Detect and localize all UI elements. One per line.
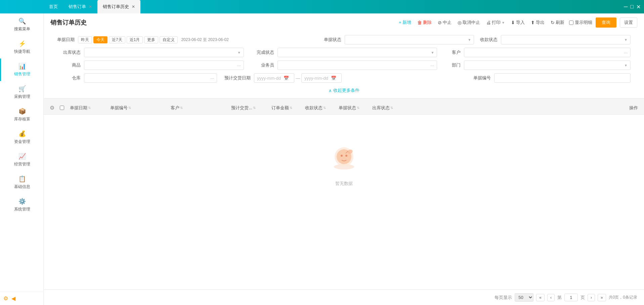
sidebar-item-quick-nav[interactable]: ⚡ 快捷导航 xyxy=(0,36,43,59)
sort-date-icon[interactable]: ⇅ xyxy=(88,106,91,110)
display-detail-checkbox[interactable]: 显示明细 xyxy=(569,20,592,26)
sidebar-item-capital-mgmt[interactable]: 💰 资金管理 xyxy=(0,126,43,149)
tab-home[interactable]: 首页 xyxy=(44,0,63,13)
calendar-from-icon[interactable]: 📅 xyxy=(284,76,289,81)
select-all-checkbox[interactable] xyxy=(60,106,64,110)
last-page-button[interactable]: » xyxy=(598,294,606,301)
sort-amount-icon[interactable]: ⇅ xyxy=(290,106,292,110)
print-button[interactable]: 🖨 打印 ▼ xyxy=(485,19,506,26)
tab-sales-order[interactable]: 销售订单 ✕ xyxy=(63,0,97,13)
date-btn-yesterday[interactable]: 昨天 xyxy=(78,36,92,43)
sidebar-item-purchase-mgmt[interactable]: 🛒 采购管理 xyxy=(0,81,43,104)
page-size-select[interactable]: 50 10 20 100 xyxy=(515,293,533,302)
dept-select[interactable]: ▼ xyxy=(464,61,631,70)
sidebar-item-base-info[interactable]: 📋 基础信息 xyxy=(0,171,43,194)
sidebar-item-ops-mgmt[interactable]: 📈 经营管理 xyxy=(0,149,43,171)
payment-status-arrow-icon: ▼ xyxy=(624,38,628,42)
customer-input[interactable]: ··· xyxy=(464,48,631,57)
warehouse-label: 仓库 xyxy=(57,75,84,81)
prev-page-button[interactable]: ‹ xyxy=(547,294,555,301)
sort-delivery-icon[interactable]: ⇅ xyxy=(253,106,256,110)
salesperson-label: 业务员 xyxy=(251,62,277,68)
window-maximize-icon[interactable]: □ xyxy=(630,4,634,10)
page-size-label: 每页显示 xyxy=(495,295,512,301)
doc-number-label: 单据编号 xyxy=(471,75,494,81)
close-tab-sales-order[interactable]: ✕ xyxy=(89,4,92,9)
refresh-button[interactable]: ↻ 刷新 xyxy=(549,19,566,26)
import-button[interactable]: ⬇ 导入 xyxy=(510,19,526,26)
collapse-label: 收起更多条件 xyxy=(333,87,359,93)
date-btn-custom[interactable]: 自定义 xyxy=(160,36,178,43)
date-btn-more[interactable]: 更多 xyxy=(144,36,158,43)
sidebar-item-sales-mgmt[interactable]: 📊 销售管理 xyxy=(0,59,43,81)
payment-status-select[interactable]: ▼ xyxy=(501,35,631,44)
th-settings-icon[interactable]: ⚙ xyxy=(47,105,57,111)
close-tab-sales-order-history[interactable]: ✕ xyxy=(132,4,135,9)
th-date[interactable]: 单据日期 ⇅ xyxy=(67,105,108,111)
th-checkbox-all[interactable] xyxy=(57,106,67,110)
doc-number-input[interactable] xyxy=(494,73,631,83)
export-button[interactable]: ⬆ 导出 xyxy=(529,19,546,26)
salesperson-input[interactable]: ··· xyxy=(277,61,437,70)
display-detail-checkbox-input[interactable] xyxy=(569,21,573,25)
empty-text: 暂无数据 xyxy=(335,181,353,187)
settings-bottom-icon[interactable]: ⚙ xyxy=(3,295,8,302)
stop-icon: ⊘ xyxy=(438,20,442,25)
filter-col-warehouse: 仓库 ··· xyxy=(57,73,217,83)
date-range-display: 2023-06-02 至 2023-06-02 xyxy=(181,37,228,43)
window-close-icon[interactable]: ✕ xyxy=(636,4,641,10)
next-page-button[interactable]: › xyxy=(588,294,595,301)
stop-button[interactable]: ⊘ 中止 xyxy=(436,19,453,26)
settings-button[interactable]: 设置 xyxy=(620,17,637,28)
goods-dots: ··· xyxy=(237,63,241,68)
sort-order-no-icon[interactable]: ⇅ xyxy=(128,106,131,110)
th-order-no[interactable]: 单据编号 ⇅ xyxy=(108,105,168,111)
page-number-input[interactable] xyxy=(564,294,578,301)
customer-dots: ··· xyxy=(624,50,628,55)
warehouse-input[interactable]: ··· xyxy=(84,73,217,83)
window-minimize-icon[interactable]: ─ xyxy=(624,4,628,10)
calendar-to-icon[interactable]: 📅 xyxy=(331,76,336,81)
th-out-status[interactable]: 出库状态 ⇅ xyxy=(370,105,403,111)
complete-status-select[interactable]: ▼ xyxy=(277,48,437,57)
sort-pay-status-icon[interactable]: ⇅ xyxy=(323,106,326,110)
out-status-select[interactable]: ▼ xyxy=(84,48,244,57)
print-dropdown-icon[interactable]: ▼ xyxy=(502,21,505,25)
sort-out-status-icon[interactable]: ⇅ xyxy=(390,106,393,110)
warehouse-dots: ··· xyxy=(210,76,214,81)
customer-label: 客户 xyxy=(444,49,464,55)
complete-status-label: 完成状态 xyxy=(251,49,277,55)
filter-col-goods: 商品 ··· xyxy=(57,61,244,70)
delivery-date-to-input[interactable]: yyyy-mm-dd 📅 xyxy=(301,73,342,83)
sort-order-status-icon[interactable]: ⇅ xyxy=(357,106,359,110)
date-btn-1month[interactable]: 近1月 xyxy=(127,36,143,43)
date-btn-7days[interactable]: 近7天 xyxy=(109,36,125,43)
th-delivery[interactable]: 预计交货... ⇅ xyxy=(228,105,269,111)
sidebar-item-search-menu[interactable]: 🔍 搜索菜单 xyxy=(0,13,43,36)
sidebar-item-sys-mgmt[interactable]: ⚙️ 系统管理 xyxy=(0,194,43,216)
delivery-date-label: 预计交货日期 xyxy=(224,75,254,81)
add-button[interactable]: + 新增 xyxy=(397,19,413,26)
ops-mgmt-icon: 📈 xyxy=(18,153,26,160)
payment-status-label: 收款状态 xyxy=(474,37,501,43)
delivery-date-from-input[interactable]: yyyy-mm-dd 📅 xyxy=(254,73,294,83)
base-info-icon: 📋 xyxy=(18,175,26,183)
collapse-bar[interactable]: ∧ 收起更多条件 xyxy=(57,86,631,95)
sidebar-item-stock-calc[interactable]: 📦 库存核算 xyxy=(0,104,43,126)
first-page-button[interactable]: « xyxy=(536,294,545,301)
delete-button[interactable]: 🗑 删除 xyxy=(416,19,433,26)
doc-status-select[interactable]: ▼ xyxy=(345,35,474,44)
th-amount[interactable]: 订单金额 ⇅ xyxy=(269,105,302,111)
tab-sales-order-history[interactable]: 销售订单历史 ✕ xyxy=(97,0,140,13)
stock-calc-icon: 📦 xyxy=(18,108,26,115)
date-btn-today[interactable]: 今天 xyxy=(93,36,108,43)
th-order-status[interactable]: 单据状态 ⇅ xyxy=(336,105,370,111)
sort-customer-icon[interactable]: ⇅ xyxy=(180,106,183,110)
export-icon: ⬆ xyxy=(531,20,535,25)
query-button[interactable]: 查询 xyxy=(596,17,616,28)
th-customer[interactable]: 客户 ⇅ xyxy=(168,105,228,111)
cancel-stop-button[interactable]: ◎ 取消中止 xyxy=(456,19,481,26)
collapse-sidebar-icon[interactable]: ◀ xyxy=(11,295,15,302)
th-pay-status[interactable]: 收款状态 ⇅ xyxy=(302,105,336,111)
goods-input[interactable]: ··· xyxy=(84,61,244,70)
